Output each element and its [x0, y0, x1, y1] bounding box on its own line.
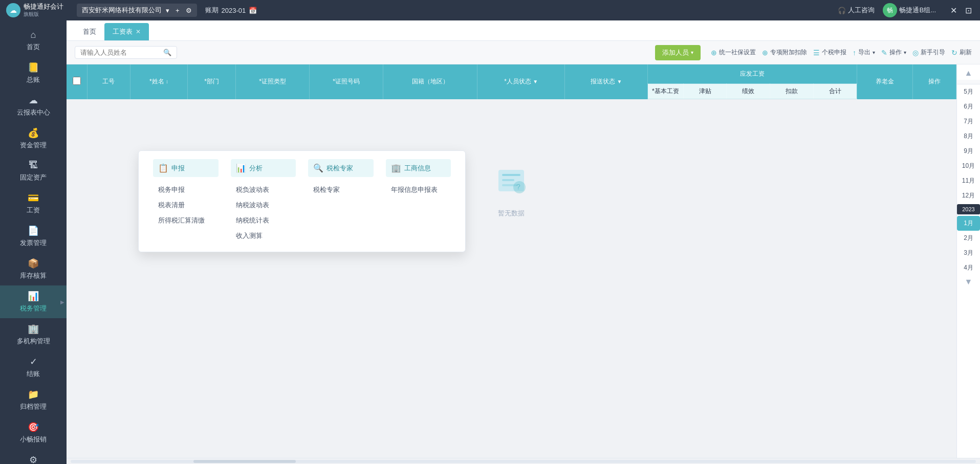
- sidebar-item-cloud-report[interactable]: ☁ 云报表中心: [0, 90, 67, 122]
- svg-rect-1: [502, 174, 520, 176]
- settings-icon[interactable]: ⚙: [186, 7, 192, 14]
- report-filter-icon[interactable]: ▼: [617, 79, 622, 84]
- panel-down-btn[interactable]: ▼: [963, 275, 975, 289]
- month-9[interactable]: 9月: [957, 144, 980, 159]
- status-filter-icon[interactable]: ▼: [533, 79, 538, 84]
- select-all-checkbox[interactable]: [73, 77, 81, 85]
- add-company-icon[interactable]: +: [176, 7, 180, 14]
- panel-up-btn[interactable]: ▲: [963, 67, 975, 80]
- period-label: 账期: [205, 6, 219, 15]
- tab-salary[interactable]: 工资表 ✕: [104, 23, 149, 40]
- col-id: 工号: [87, 64, 130, 99]
- sidebar-label-tax: 税务管理: [20, 304, 47, 313]
- menu-item-expert[interactable]: 税检专家: [308, 182, 374, 197]
- col-id-number: *证照号码: [310, 64, 383, 99]
- month-2[interactable]: 2月: [957, 231, 980, 246]
- export-icon: ↑: [853, 49, 856, 57]
- month-7[interactable]: 7月: [957, 114, 980, 129]
- close-window-btn[interactable]: ✕: [948, 6, 959, 15]
- app-logo: ☁ 畅捷通好会计 旗舰版: [6, 3, 73, 18]
- sidebar-item-tax[interactable]: 📊 税务管理 ▶: [0, 285, 67, 318]
- content-area: 首页 工资表 ✕ 🔍 添加人员 ▾ ⊕ 统一社保设置 ⊕ 专: [67, 20, 980, 464]
- menu-item-tax-burden[interactable]: 税负波动表: [231, 182, 296, 197]
- period-value: 2023-01: [222, 7, 246, 14]
- tab-close-icon[interactable]: ✕: [136, 28, 141, 35]
- menu-item-tax-filing[interactable]: 税务申报: [153, 182, 219, 197]
- social-insurance-btn[interactable]: ⊕ 统一社保设置: [711, 48, 756, 57]
- menu-item-tax-table[interactable]: 税表清册: [153, 197, 219, 213]
- add-person-dropdown-icon: ▾: [691, 50, 693, 55]
- svg-rect-2: [502, 179, 514, 181]
- sidebar-label-archive: 归档管理: [20, 402, 47, 411]
- month-12[interactable]: 12月: [957, 188, 980, 203]
- calendar-icon[interactable]: 📅: [249, 7, 257, 14]
- tax-icon: 📊: [28, 291, 39, 302]
- tab-bar: 首页 工资表 ✕: [67, 20, 980, 41]
- operations-btn[interactable]: ✎ 操作 ▾: [881, 48, 906, 57]
- business-section-icon: 🏢: [391, 163, 401, 173]
- month-10[interactable]: 10月: [957, 159, 980, 173]
- tax-filing-label: 个税申报: [822, 48, 846, 57]
- empty-icon: ?: [491, 160, 532, 201]
- year-2023-label: 2023: [957, 204, 980, 215]
- main-layout: ⌂ 首页 📒 总账 ☁ 云报表中心 💰 资金管理 🏗 固定资产 💳 工资 📄 发…: [0, 20, 980, 464]
- refresh-icon: ↻: [951, 49, 957, 57]
- sidebar-item-funds[interactable]: 💰 资金管理: [0, 122, 67, 155]
- tax-filing-btn[interactable]: ☰ 个税申报: [813, 48, 846, 57]
- search-box[interactable]: 🔍: [75, 46, 177, 59]
- month-5[interactable]: 5月: [957, 84, 980, 99]
- restore-window-btn[interactable]: ⊡: [963, 6, 974, 15]
- menu-item-income-calc[interactable]: 收入测算: [231, 228, 296, 244]
- refresh-label: 刷新: [960, 48, 972, 57]
- sub-col-allowance: 津贴: [683, 84, 727, 99]
- sidebar-item-invoice[interactable]: 📄 发票管理: [0, 220, 67, 253]
- col-checkbox: [67, 64, 87, 99]
- sidebar-item-ledger[interactable]: 📒 总账: [0, 57, 67, 90]
- sidebar-label-promo: 小畅报销: [20, 435, 47, 444]
- guide-icon: ◎: [912, 49, 919, 57]
- bottom-scrollbar[interactable]: [67, 458, 980, 464]
- month-1-active[interactable]: 1月: [957, 216, 980, 231]
- search-icon: 🔍: [163, 49, 171, 56]
- sidebar-item-fixed-assets[interactable]: 🏗 固定资产: [0, 155, 67, 187]
- special-deduction-btn[interactable]: ⊕ 专项附加扣除: [762, 48, 807, 57]
- sidebar-item-salary[interactable]: 💳 工资: [0, 187, 67, 220]
- month-3[interactable]: 3月: [957, 246, 980, 260]
- menu-item-income-tax[interactable]: 所得税汇算清缴: [153, 213, 219, 228]
- add-person-btn[interactable]: 添加人员 ▾: [655, 45, 701, 60]
- month-8[interactable]: 8月: [957, 129, 980, 144]
- company-selector[interactable]: 西安虾米网络科技有限公司 ▾ + ⚙: [77, 4, 197, 17]
- sidebar-item-settings[interactable]: ⚙ 基础设置: [0, 449, 67, 464]
- name-sort-icon[interactable]: ↕: [166, 79, 168, 84]
- sidebar-label-salary: 工资: [27, 206, 40, 215]
- tax-filing-icon: ☰: [813, 49, 820, 57]
- filing-section-title: 申报: [171, 164, 185, 173]
- month-6[interactable]: 6月: [957, 99, 980, 114]
- sidebar-item-home[interactable]: ⌂ 首页: [0, 25, 67, 57]
- svg-text:?: ?: [516, 183, 520, 191]
- menu-section-filing-header: 📋 申报: [153, 159, 219, 177]
- menu-item-tax-payment[interactable]: 纳税波动表: [231, 197, 296, 213]
- service-btn[interactable]: 🎧 人工咨询: [838, 6, 875, 15]
- sidebar-item-promo[interactable]: 🎯 小畅报销: [0, 416, 67, 449]
- export-btn[interactable]: ↑ 导出 ▾: [853, 48, 875, 57]
- guide-btn[interactable]: ◎ 新手引导: [912, 48, 945, 57]
- menu-item-tax-stats[interactable]: 纳税统计表: [231, 213, 296, 228]
- scroll-thumb[interactable]: [193, 460, 296, 463]
- analysis-section-title: 分析: [249, 164, 263, 173]
- sidebar-item-archive[interactable]: 📁 归档管理: [0, 384, 67, 416]
- sidebar-item-multi-org[interactable]: 🏢 多机构管理: [0, 318, 67, 351]
- sidebar-item-close[interactable]: ✓ 结账: [0, 351, 67, 384]
- month-4[interactable]: 4月: [957, 260, 980, 275]
- menu-item-annual-report[interactable]: 年报信息申报表: [386, 182, 451, 197]
- tab-home[interactable]: 首页: [75, 23, 104, 40]
- user-info[interactable]: 畅 畅捷通B组...: [883, 3, 936, 17]
- sidebar-item-inventory[interactable]: 📦 库存核算: [0, 253, 67, 285]
- menu-section-tax-expert: 🔍 税检专家 税检专家: [302, 159, 380, 244]
- refresh-btn[interactable]: ↻ 刷新: [951, 48, 972, 57]
- right-panel: ▲ 5月 6月 7月 8月 9月 10月: [956, 64, 980, 458]
- search-input[interactable]: [80, 49, 160, 56]
- sidebar-label-close: 结账: [27, 369, 40, 379]
- month-11[interactable]: 11月: [957, 173, 980, 188]
- sub-col-performance: 绩效: [727, 84, 770, 99]
